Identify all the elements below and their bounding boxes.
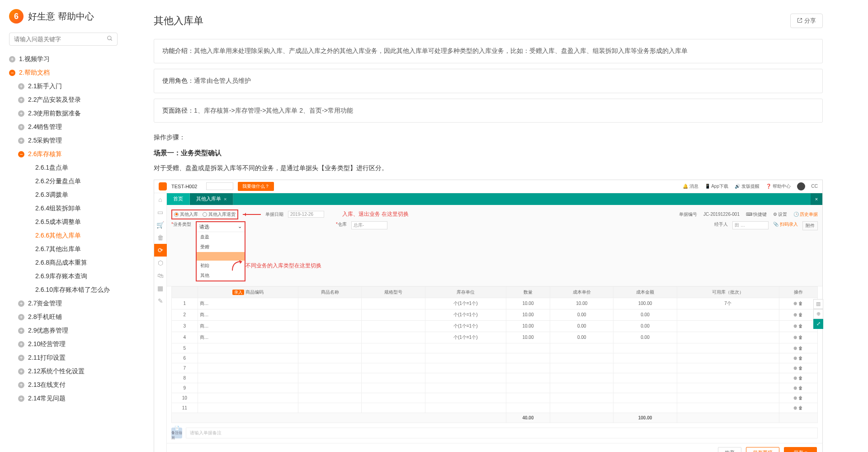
nav-item[interactable]: +1.视频学习 <box>9 52 127 66</box>
table-row-empty[interactable]: 8⊕ 🗑 <box>172 373 818 383</box>
nav-item[interactable]: 2.6.4组装拆卸单 <box>9 202 127 215</box>
table-row[interactable]: 4商…个(1个=1个)10.000.000.00⊕ 🗑 <box>172 332 818 343</box>
main-content: 其他入库单 分享 功能介绍：其他入库单用来处理除采购入库、产成品入库之外的其他入… <box>127 0 850 452</box>
table-row[interactable]: 3商…个(1个=1个)10.000.000.00⊕ 🗑 <box>172 320 818 332</box>
close-icon[interactable]: × <box>224 196 226 202</box>
table-row-empty[interactable]: 5⊕ 🗑 <box>172 343 818 353</box>
shot-link-help[interactable]: ❓ 帮助中心 <box>766 183 791 190</box>
expand-icon[interactable]: + <box>18 368 24 375</box>
attach-button[interactable]: 附件 <box>802 221 818 230</box>
nav-item[interactable]: +2.8手机旺铺 <box>9 310 127 324</box>
draft-button[interactable]: 保存草稿 <box>746 447 779 452</box>
expand-icon[interactable]: + <box>18 395 24 402</box>
shot-side-icon[interactable]: 🗑 <box>154 231 167 244</box>
shot-link-msg[interactable]: 🔔 消息 <box>683 183 698 190</box>
nav-item[interactable]: 2.6.5成本调整单 <box>9 215 127 229</box>
expand-icon[interactable]: + <box>18 124 24 130</box>
nav-label: 2.帮助文档 <box>19 69 50 77</box>
nav-item[interactable]: +2.7资金管理 <box>9 297 127 310</box>
table-row-empty[interactable]: 9⊕ 🗑 <box>172 383 818 393</box>
shot-tabs-close-all[interactable]: × <box>811 193 822 205</box>
dropdown-option[interactable]: 盘盈 <box>197 232 245 242</box>
shot-side-icon[interactable]: 🛍 <box>154 269 167 282</box>
table-row[interactable]: 1商…个(1个=1个)10.0010.00100.007个⊕ 🗑 <box>172 298 818 309</box>
history-link[interactable]: 🕒 历史单据 <box>793 211 818 218</box>
expand-icon[interactable]: + <box>18 300 24 307</box>
table-row-empty[interactable]: 11⊕ 🗑 <box>172 403 818 413</box>
collapse-icon[interactable]: − <box>9 70 15 76</box>
shot-tab-active[interactable]: 其他入库单× <box>190 193 233 205</box>
expand-icon[interactable]: + <box>18 138 24 144</box>
nav-item[interactable]: +2.13在线支付 <box>9 378 127 392</box>
nav-item[interactable]: +2.2产品安装及登录 <box>9 93 127 107</box>
nav-item[interactable]: −2.6库存核算 <box>9 147 127 161</box>
search-icon[interactable] <box>107 35 113 43</box>
shot-side-icon[interactable]: ⌂ <box>154 193 167 206</box>
expand-icon[interactable]: + <box>18 355 24 361</box>
shot-link-release[interactable]: 🔊 发版提醒 <box>735 183 760 190</box>
nav-item[interactable]: +2.1新手入门 <box>9 80 127 93</box>
tool-icon[interactable]: ⊕ <box>813 309 823 319</box>
nav-item[interactable]: 2.6.1盘点单 <box>9 161 127 175</box>
expand-icon[interactable]: + <box>18 83 24 90</box>
dropdown-option[interactable]: 受赠 <box>197 242 245 252</box>
nav-label: 2.4销售管理 <box>28 123 62 131</box>
nav-item[interactable]: +2.4销售管理 <box>9 120 127 134</box>
nav-item[interactable]: +2.12系统个性化设置 <box>9 365 127 378</box>
shortcut-link[interactable]: ⌨ 快捷键 <box>746 211 767 218</box>
shot-tab-home[interactable]: 首页 <box>167 193 190 205</box>
expand-icon[interactable]: + <box>18 328 24 334</box>
expand-icon[interactable]: + <box>18 382 24 388</box>
shot-guide-button[interactable]: 我要做什么？ <box>238 182 274 191</box>
expand-icon[interactable]: + <box>9 56 15 62</box>
settings-link[interactable]: ⚙ 设置 <box>773 211 787 218</box>
scan-link[interactable]: 📎 扫码录入 <box>773 221 798 228</box>
shot-side-icon[interactable]: ▦ <box>154 282 167 295</box>
nav-item[interactable]: 2.6.2分量盘点单 <box>9 175 127 188</box>
expand-icon[interactable]: + <box>18 314 24 320</box>
shot-link-app[interactable]: 📱 App下载 <box>705 183 728 190</box>
biz-select[interactable]: 请选⌄ <box>197 222 245 232</box>
nav-item[interactable]: 2.6.9库存账本查询 <box>9 270 127 283</box>
expand-icon[interactable]: + <box>18 110 24 117</box>
nav-item[interactable]: +2.5采购管理 <box>9 134 127 147</box>
share-button[interactable]: 分享 <box>790 14 823 28</box>
person-input[interactable]: 田 … <box>732 221 769 229</box>
radio-in[interactable]: 其他入库 <box>174 211 198 218</box>
table-row-empty[interactable]: 6⊕ 🗑 <box>172 353 818 363</box>
tool-icon[interactable]: ⤢ <box>813 319 823 329</box>
nav-item[interactable]: +2.3使用前数据准备 <box>9 107 127 120</box>
abandon-button[interactable]: 放弃 <box>718 447 741 452</box>
shot-side-icon-active[interactable]: ⟳ <box>154 244 167 257</box>
table-row-empty[interactable]: 10⊕ 🗑 <box>172 393 818 403</box>
remark-input[interactable]: 请输入单据备注 <box>186 428 818 438</box>
shot-side-icon[interactable]: ⬡ <box>154 257 167 269</box>
search-input[interactable] <box>9 33 118 46</box>
date-input[interactable]: 2019-12-26 <box>288 211 324 218</box>
nav-item[interactable]: 2.6.8商品成本重算 <box>9 256 127 270</box>
nav-item[interactable]: 2.6.6其他入库单 <box>9 229 127 243</box>
save-button[interactable]: 保存 ▾ <box>784 447 817 452</box>
shot-top-search-input[interactable] <box>206 182 233 190</box>
shot-avatar[interactable] <box>797 182 805 190</box>
scene1-title: 场景一：业务类型确认 <box>154 149 823 157</box>
tool-icon[interactable]: ▥ <box>813 299 823 309</box>
nav-item[interactable]: +2.10经营管理 <box>9 338 127 351</box>
nav-item[interactable]: 2.6.3调拨单 <box>9 188 127 202</box>
nav-item[interactable]: +2.9优惠券管理 <box>9 324 127 338</box>
nav-item[interactable]: 2.6.10库存账本错了怎么办 <box>9 283 127 297</box>
nav-item[interactable]: +2.11打印设置 <box>9 351 127 365</box>
shot-side-icon[interactable]: ▭ <box>154 206 167 219</box>
shot-side-icon[interactable]: ✎ <box>154 295 167 307</box>
shot-side-icon[interactable]: 🛒 <box>154 219 167 231</box>
expand-icon[interactable]: + <box>18 97 24 103</box>
radio-return[interactable]: 其他入库退货 <box>203 211 236 218</box>
nav-item[interactable]: −2.帮助文档 <box>9 66 127 80</box>
table-row[interactable]: 2商…个(1个=1个)10.000.000.00⊕ 🗑 <box>172 309 818 320</box>
table-row-empty[interactable]: 7⊕ 🗑 <box>172 363 818 373</box>
nav-item[interactable]: +2.14常见问题 <box>9 392 127 405</box>
wh-input[interactable]: 总库- <box>351 221 387 229</box>
collapse-icon[interactable]: − <box>18 151 24 157</box>
nav-item[interactable]: 2.6.7其他出库单 <box>9 243 127 256</box>
expand-icon[interactable]: + <box>18 341 24 347</box>
